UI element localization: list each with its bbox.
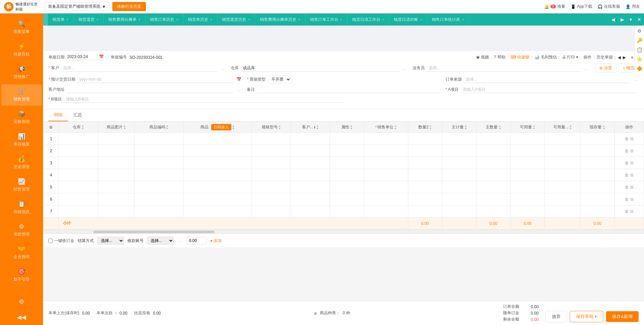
salesperson-input[interactable] <box>427 65 581 72</box>
tab-order-history[interactable]: 销售订单历史 × <box>145 13 183 26</box>
cell-code-2[interactable] <box>135 145 183 157</box>
app-download-btn[interactable]: 📱 App下载 <box>571 4 592 9</box>
shortcut-btn[interactable]: ⌨ 快捷键 <box>510 54 529 60</box>
cell-warehouse-1[interactable] <box>59 133 98 145</box>
cell-qty2-2[interactable] <box>408 145 442 157</box>
th-available2[interactable]: 可用量... ▲▼ <box>545 122 580 133</box>
th-main-unit[interactable]: 主计量 ▲▼ <box>442 122 477 133</box>
cell-attr-2[interactable] <box>330 145 364 157</box>
tab-cash-reconcile[interactable]: 钱货日清对账 × <box>389 13 427 26</box>
th-sales-unit[interactable]: * 销售单位 ▲▼ <box>364 122 408 133</box>
right-panel-key-btn[interactable]: 🔑 <box>636 36 644 44</box>
delete-icon-3[interactable]: 🗑 <box>625 161 629 165</box>
th-product-image[interactable]: 商品图片 ▲▼ <box>98 122 135 133</box>
add-payment-btn[interactable]: ● 添加 <box>210 238 222 244</box>
system-selector[interactable]: 装备及固定资产辅助管理系统 ▼ <box>44 2 110 11</box>
delete-icon-4[interactable]: 🗑 <box>625 173 629 177</box>
calendar-icon[interactable]: 📅 <box>99 54 104 59</box>
a-project-input[interactable] <box>461 86 639 93</box>
save-draft-btn[interactable]: 保存草稿 ▾ <box>570 311 604 322</box>
th-warehouse[interactable]: 仓库 ▲▼ <box>59 122 98 133</box>
order-source-input[interactable] <box>464 76 631 83</box>
cell-main-qty-2[interactable] <box>476 145 510 157</box>
cell-avail2-2[interactable] <box>545 145 580 157</box>
copy-icon-5[interactable]: ⊞ <box>630 185 634 190</box>
delete-icon-1[interactable]: 🗑 <box>625 136 629 141</box>
discard-btn[interactable]: 放弃 <box>545 311 567 322</box>
tab-sales-expense[interactable]: 销售费用分摊单 × <box>104 13 146 26</box>
th-available[interactable]: 可用量 ▲▼ <box>510 122 545 133</box>
nav-menu-btn[interactable]: ▾ <box>627 13 635 26</box>
cell-cust-code-1[interactable] <box>291 133 330 145</box>
doc-date-input[interactable] <box>67 54 98 59</box>
cell-warehouse-2[interactable] <box>59 145 98 157</box>
tab-close-return-history[interactable]: × <box>248 18 250 22</box>
cell-product-1[interactable] <box>183 133 252 145</box>
nav-prev-btn[interactable]: ◀ <box>609 13 618 26</box>
nav-close-all-btn[interactable]: ✕ <box>635 13 644 26</box>
list-view-btn[interactable]: ≡ <box>631 55 633 60</box>
sidebar-item-system[interactable]: ⚙ 系统管理 <box>1 219 42 241</box>
tab-detail[interactable]: 明细 <box>48 109 68 121</box>
tab-summary[interactable]: 汇总 <box>68 109 87 121</box>
cell-avail-1[interactable] <box>510 133 545 145</box>
settings-btn[interactable]: ⚙ 设置 <box>595 64 616 73</box>
warehouse-expand-btn[interactable]: … <box>401 66 407 71</box>
customer-expand-btn[interactable]: … <box>219 66 225 71</box>
customer-input[interactable] <box>61 65 217 72</box>
operation-btn[interactable]: 操作 <box>583 54 592 60</box>
quick-deposit-checkbox[interactable]: 一键收订金 <box>48 238 74 244</box>
account-expand-btn[interactable]: … <box>177 238 183 243</box>
nav-next-btn[interactable]: ▶ <box>618 13 627 26</box>
industry-btn[interactable]: 体验行业方案 <box>112 2 146 11</box>
copy-icon-3[interactable]: ⊞ <box>630 161 634 165</box>
th-product[interactable]: 商品 扫码录入 ▲▼ <box>183 122 252 133</box>
tab-cash-workbench[interactable]: 钱货日清工作台 × <box>347 13 389 26</box>
cell-attr-1[interactable] <box>330 133 364 145</box>
copy-icon-2[interactable]: ⊞ <box>630 149 634 153</box>
profit-estimate-btn[interactable]: 📊 毛利预估 <box>534 54 557 60</box>
cell-spec-2[interactable] <box>252 145 291 157</box>
tab-close-order-history[interactable]: × <box>176 18 178 22</box>
sidebar-settings-btn[interactable]: ⚙ <box>1 295 42 309</box>
tab-close-cash-reconcile[interactable]: × <box>420 18 422 22</box>
sidebar-item-marketing[interactable]: 📢 营销推广 <box>1 62 42 83</box>
tab-goods-history[interactable]: 销货单历史 × <box>183 13 217 26</box>
th-spec[interactable]: 规格型号 ▲▼ <box>252 122 291 133</box>
tab-close-sales-goods[interactable]: × <box>67 18 69 22</box>
prev-record-btn[interactable]: ◀ <box>618 55 621 60</box>
sidebar-item-inventory[interactable]: 📊 库存核算 <box>1 129 42 151</box>
right-panel-settings-btn[interactable]: ⚙ <box>636 27 644 35</box>
right-panel-orange-btn[interactable]: 🔶 <box>636 65 644 73</box>
tab-close-goods-history[interactable]: × <box>210 18 212 22</box>
tab-close-cash-workbench[interactable]: × <box>382 18 384 22</box>
delete-icon-5[interactable]: 🗑 <box>625 185 629 190</box>
th-qty2[interactable]: 数量2 ▲▼ <box>408 122 442 133</box>
cell-avail-2[interactable] <box>510 145 545 157</box>
sidebar-item-basicinfo[interactable]: 📋 基础信息 <box>1 197 42 218</box>
tab-close-sales-return[interactable]: × <box>97 18 99 22</box>
address-expand-btn[interactable]: … <box>235 87 241 92</box>
delete-icon-7[interactable]: 🗑 <box>625 209 629 214</box>
th-main-qty[interactable]: 主数量 ▲▼ <box>476 122 510 133</box>
salesperson-expand-btn[interactable]: … <box>583 66 590 71</box>
sidebar-item-quicknav[interactable]: ⚡ 快捷导航 <box>1 39 42 60</box>
sidebar-item-operations[interactable]: 📈 经营管理 <box>1 174 42 196</box>
th-customer-code[interactable]: 客户... ℹ ▲▼ <box>291 122 330 133</box>
tab-sales-return[interactable]: 销货退货 × <box>74 13 104 26</box>
delete-icon-6[interactable]: 🗑 <box>625 197 629 202</box>
view-video-btn[interactable]: ◉ 视频 <box>476 54 489 60</box>
payment-method-select[interactable]: 选择... <box>97 237 124 245</box>
cell-avail2-1[interactable] <box>545 133 580 145</box>
th-current-stock[interactable]: 现存量 ▲▼ <box>580 122 615 133</box>
address-input[interactable] <box>67 86 233 93</box>
online-service-btn[interactable]: 🎧 在线客服 <box>598 4 620 9</box>
delivery-date-input[interactable] <box>77 76 234 83</box>
scan-input-btn[interactable]: 扫码录入 <box>211 124 231 130</box>
delivery-calendar-icon[interactable]: 📅 <box>236 77 241 82</box>
cell-code-1[interactable] <box>135 133 183 145</box>
sidebar-item-sales[interactable]: 🛒 销售管理 <box>1 84 42 106</box>
ticket-type-select[interactable]: 不开票 <box>268 75 291 83</box>
tab-close-order-workbench[interactable]: × <box>340 18 342 22</box>
tab-close-order-stats[interactable]: × <box>462 18 464 22</box>
